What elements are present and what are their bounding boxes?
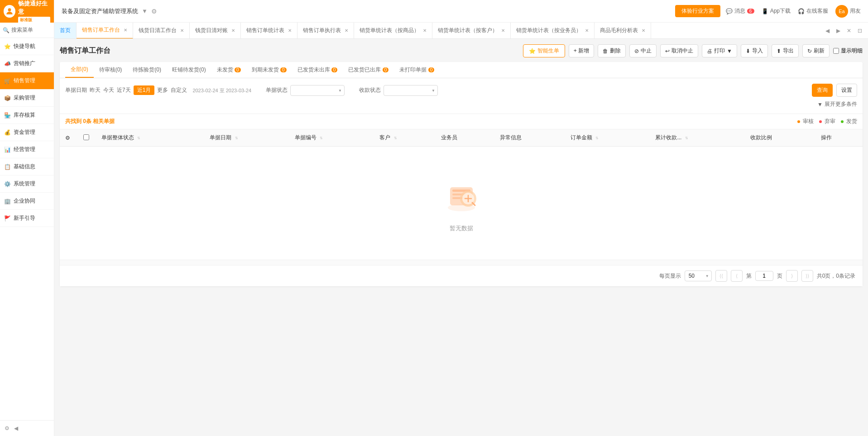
tab-sales-summary-product[interactable]: 销货单统计表（按商品） ✕: [354, 23, 432, 39]
online-support-button[interactable]: 🎧 在线客服: [798, 7, 828, 15]
col-status[interactable]: 单据整体状态 ⇅: [96, 129, 204, 147]
show-detail-checkbox-wrapper[interactable]: 显示明细: [833, 47, 863, 55]
tab-sales-order-workbench[interactable]: 销售订单工作台 ✕: [77, 23, 133, 39]
filter-tab-all[interactable]: 全部(0): [65, 62, 94, 78]
filter-tab-not-shipped[interactable]: 未发货 0: [211, 62, 246, 77]
expand-button[interactable]: ▼ 展开更多条件: [817, 100, 857, 108]
filter-tab-label: 全部(0): [71, 66, 88, 72]
select-all-checkbox[interactable]: [83, 134, 89, 140]
audit-button[interactable]: 审核: [797, 118, 814, 125]
sidebar-item-operations[interactable]: 📊 经营管理: [0, 141, 54, 158]
tab-sales-stats[interactable]: 销售订单统计表 ✕: [241, 23, 297, 39]
close-icon[interactable]: ✕: [501, 28, 505, 33]
sidebar-item-quick-nav[interactable]: ⭐ 快捷导航: [0, 38, 54, 55]
query-button[interactable]: 查询: [812, 84, 833, 97]
close-icon[interactable]: ✕: [585, 28, 589, 33]
page-size-select[interactable]: 50 10 20 100: [685, 270, 712, 281]
status-select[interactable]: [290, 85, 345, 96]
sidebar-item-finance[interactable]: 💰 资金管理: [0, 124, 54, 141]
tabs-prev-icon[interactable]: ◀: [823, 26, 832, 35]
sidebar-item-marketing[interactable]: 📣 营销推广: [0, 55, 54, 72]
payment-select[interactable]: [384, 85, 438, 96]
sidebar-item-enterprise[interactable]: 🏢 企业协同: [0, 193, 54, 210]
filter-tab-pending-inspect[interactable]: 待拣验货(0): [127, 62, 167, 77]
refresh-button[interactable]: ↻ 刷新: [802, 44, 830, 57]
date-opt-yesterday[interactable]: 昨天: [90, 86, 101, 94]
settings-button[interactable]: 设置: [836, 84, 857, 97]
tab-sales-summary-staff[interactable]: 销货单统计表（按业务员） ✕: [511, 23, 595, 39]
payment-select-wrapper: [384, 85, 438, 96]
page-last-button[interactable]: ⟩⟩: [801, 270, 813, 282]
stop-button[interactable]: ⊘ 中止: [629, 44, 657, 57]
user-menu-button[interactable]: Ea 用友: [835, 5, 861, 18]
gear-icon[interactable]: ⚙: [5, 425, 10, 431]
col-abnormal: 异常信息: [494, 129, 565, 147]
sidebar-item-newbie[interactable]: 🚩 新手引导: [0, 210, 54, 227]
filter-tab-shipped-out[interactable]: 已发货已出库 0: [343, 62, 394, 77]
sidebar-item-system[interactable]: ⚙️ 系统管理: [0, 175, 54, 193]
close-icon[interactable]: ✕: [124, 28, 127, 33]
new-button[interactable]: + 新增: [569, 44, 594, 57]
tab-sales-summary-customer[interactable]: 销货单统计表（按客户） ✕: [432, 23, 511, 39]
tab-product-profit[interactable]: 商品毛利分析表 ✕: [595, 23, 651, 39]
message-icon: 💬: [726, 8, 733, 14]
page-first-button[interactable]: ⟨⟨: [715, 270, 727, 282]
print-button[interactable]: 🖨 打印 ▼: [702, 44, 737, 57]
smart-create-button[interactable]: ⭐ 智能生单: [523, 44, 565, 57]
close-icon[interactable]: ✕: [423, 28, 427, 33]
sidebar-item-search[interactable]: 🔍 搜索菜单: [0, 23, 54, 38]
filter-tab-wangpu[interactable]: 旺铺待发货(0): [167, 62, 211, 77]
message-button[interactable]: 💬 消息 6: [726, 7, 754, 15]
filter-tab-not-printed[interactable]: 未打印单据 0: [394, 62, 440, 77]
filter-tab-pending-review[interactable]: 待审核(0): [94, 62, 128, 77]
settings-icon[interactable]: ⚙: [151, 8, 157, 15]
close-icon[interactable]: ✕: [642, 28, 645, 33]
collapse-icon[interactable]: ◀: [14, 425, 18, 431]
sidebar-item-inventory[interactable]: 🏪 库存核算: [0, 107, 54, 124]
page-input[interactable]: [755, 271, 773, 281]
filter-tab-overdue-not-shipped[interactable]: 到期未发货 0: [246, 62, 292, 77]
ship-button[interactable]: 发货: [841, 118, 857, 125]
import-button[interactable]: ⬇ 导入: [741, 44, 768, 57]
sidebar-item-basic-info[interactable]: 📋 基础信息: [0, 158, 54, 175]
payment-label: 收款状态: [359, 86, 381, 94]
show-detail-checkbox[interactable]: [833, 48, 839, 54]
tab-home[interactable]: 首页: [54, 23, 77, 39]
app-download-button[interactable]: 📱 App下载: [762, 7, 791, 15]
filter-tab-shipped-not-out[interactable]: 已发货未出库 0: [292, 62, 343, 77]
col-collected[interactable]: 累计收款... ⇅: [650, 129, 744, 147]
sidebar-item-sales[interactable]: 🛒 销售管理: [0, 72, 54, 90]
solution-button[interactable]: 体验行业方案: [675, 5, 720, 17]
tabs-expand-icon[interactable]: ⊡: [855, 26, 864, 35]
close-icon[interactable]: ✕: [345, 28, 348, 33]
date-opt-1month[interactable]: 近1月: [134, 85, 155, 95]
col-date[interactable]: 单据日期 ⇅: [204, 129, 289, 147]
dropdown-icon[interactable]: ▼: [142, 8, 148, 14]
sidebar-item-purchase[interactable]: 📦 采购管理: [0, 90, 54, 107]
export-button[interactable]: ⬆ 导出: [772, 44, 799, 57]
date-opt-more[interactable]: 更多: [157, 86, 168, 94]
col-amount[interactable]: 订单金额 ⇅: [565, 129, 650, 147]
date-opt-today[interactable]: 今天: [103, 86, 114, 94]
column-settings-icon[interactable]: ⚙: [65, 135, 70, 141]
col-customer[interactable]: 客户 ⇅: [374, 129, 435, 147]
tabs-close-icon[interactable]: ✕: [844, 26, 854, 35]
page-prev-button[interactable]: ⟨: [731, 270, 743, 282]
delete-button[interactable]: 🗑 删除: [598, 44, 626, 57]
page-next-button[interactable]: ⟩: [786, 270, 798, 282]
avatar: Ea: [835, 5, 848, 18]
tab-cash-daily[interactable]: 钱货日清工作台 ✕: [133, 23, 190, 39]
close-icon[interactable]: ✕: [180, 28, 184, 33]
tab-sales-exec[interactable]: 销售订单执行表 ✕: [297, 23, 354, 39]
date-opt-7days[interactable]: 近7天: [117, 86, 131, 94]
col-number[interactable]: 单据编号 ⇅: [289, 129, 374, 147]
close-icon[interactable]: ✕: [231, 28, 235, 33]
tab-cash-reconcile[interactable]: 钱货日清对账 ✕: [190, 23, 241, 39]
date-opt-custom[interactable]: 自定义: [171, 86, 187, 94]
cancel-audit-button[interactable]: 弃审: [819, 118, 835, 125]
cancel-stop-button[interactable]: ↩ 取消中止: [660, 44, 698, 57]
tabs-next-icon[interactable]: ▶: [834, 26, 843, 35]
horizontal-scrollbar[interactable]: [60, 260, 863, 265]
sidebar-item-label: 新手引导: [14, 214, 35, 222]
close-icon[interactable]: ✕: [288, 28, 292, 33]
